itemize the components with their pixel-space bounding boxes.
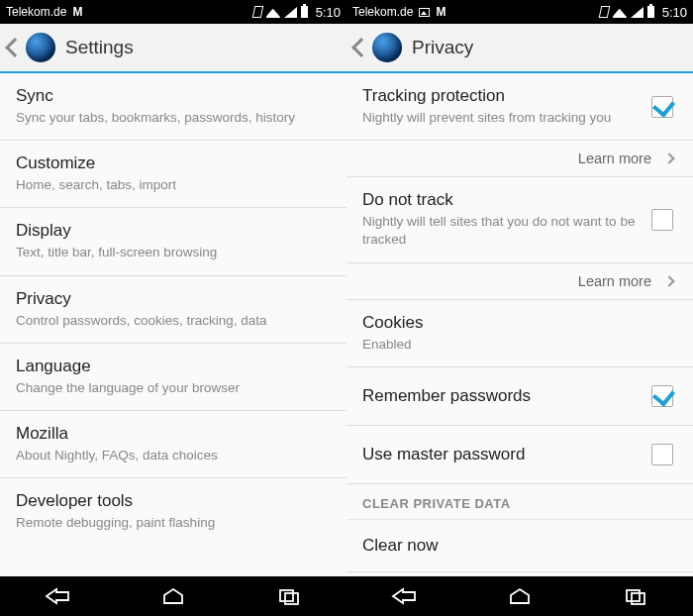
nav-recent-button[interactable] (616, 584, 655, 608)
privacy-item-do-not-track[interactable]: Do not track Nightly will tell sites tha… (346, 177, 693, 262)
settings-list: Sync Sync your tabs, bookmarks, password… (0, 73, 346, 576)
status-clock: 5:10 (316, 5, 341, 20)
back-icon[interactable] (5, 38, 25, 57)
header-bar: Settings (0, 24, 346, 73)
settings-item-customize[interactable]: Customize Home, search, tabs, import (0, 141, 346, 208)
nav-recent-button[interactable] (269, 584, 309, 608)
item-title: Language (16, 357, 331, 376)
dnt-learn-more[interactable]: Learn more (346, 263, 693, 300)
dnt-checkbox[interactable] (651, 209, 673, 231)
item-title: Use master password (362, 445, 642, 464)
item-subtitle: Control passwords, cookies, tracking, da… (16, 312, 331, 330)
privacy-item-remember-passwords[interactable]: Remember passwords (346, 367, 693, 426)
item-title: Customize (16, 154, 331, 173)
settings-pane: Telekom.de M 5:10 Settings Sync Sync you… (0, 0, 346, 576)
item-subtitle: Home, search, tabs, import (16, 176, 331, 194)
item-title: Clear now (362, 536, 677, 556)
item-title: Remember passwords (362, 386, 642, 406)
status-bar: Telekom.de M 5:10 (346, 0, 693, 24)
item-title: Cookies (362, 313, 677, 333)
signal-icon (284, 7, 297, 18)
item-subtitle: Remote debugging, paint flashing (16, 514, 331, 532)
svg-rect-2 (627, 590, 640, 601)
mail-icon: M (72, 5, 82, 19)
settings-item-mozilla[interactable]: Mozilla About Nightly, FAQs, data choice… (0, 411, 346, 478)
clear-private-data-header: CLEAR PRIVATE DATA (346, 484, 693, 520)
item-title: Privacy (16, 289, 331, 309)
chevron-right-icon (663, 275, 674, 286)
page-title: Privacy (412, 37, 473, 58)
battery-icon (301, 6, 308, 18)
privacy-item-clear-now[interactable]: Clear now (346, 520, 693, 572)
chevron-right-icon (663, 154, 674, 164)
item-subtitle: Nightly will tell sites that you do not … (362, 213, 642, 249)
nfc-icon (251, 6, 263, 18)
system-nav-bar (0, 576, 693, 616)
item-subtitle: About Nightly, FAQs, data choices (16, 447, 331, 464)
tracking-learn-more[interactable]: Learn more (346, 141, 693, 177)
svg-rect-0 (280, 590, 293, 601)
mail-icon: M (436, 5, 446, 19)
item-subtitle: Sync your tabs, bookmarks, passwords, hi… (16, 109, 331, 127)
nav-back-button[interactable] (38, 584, 77, 608)
settings-item-developer-tools[interactable]: Developer tools Remote debugging, paint … (0, 478, 346, 545)
learn-more-label: Learn more (578, 151, 651, 166)
status-bar: Telekom.de M 5:10 (0, 0, 346, 24)
status-clock: 5:10 (662, 5, 687, 20)
screenshot-icon (419, 8, 430, 17)
item-subtitle: Text, title bar, full-screen browsing (16, 244, 331, 261)
battery-icon (647, 6, 654, 18)
svg-rect-3 (632, 593, 644, 604)
item-title: Tracking protection (362, 86, 642, 106)
item-title: Display (16, 221, 331, 241)
header-bar: Privacy (346, 24, 693, 73)
item-title: Mozilla (16, 424, 331, 444)
item-title: Sync (16, 86, 331, 106)
page-title: Settings (65, 37, 134, 58)
item-title: Developer tools (16, 491, 331, 511)
learn-more-label: Learn more (578, 273, 651, 289)
settings-item-language[interactable]: Language Change the language of your bro… (0, 344, 346, 411)
carrier-label: Telekom.de (6, 5, 66, 19)
privacy-item-cookies[interactable]: Cookies Enabled (346, 300, 693, 367)
privacy-list: Tracking protection Nightly will prevent… (346, 73, 693, 576)
remember-passwords-checkbox[interactable] (651, 385, 673, 407)
privacy-item-master-password[interactable]: Use master password (346, 426, 693, 484)
app-globe-icon[interactable] (26, 33, 55, 62)
svg-rect-1 (285, 593, 298, 604)
privacy-pane: Telekom.de M 5:10 Privacy Tracking prote… (346, 0, 693, 576)
privacy-item-tracking-protection[interactable]: Tracking protection Nightly will prevent… (346, 73, 693, 141)
nav-back-button[interactable] (384, 584, 424, 608)
app-globe-icon[interactable] (372, 33, 402, 62)
settings-item-privacy[interactable]: Privacy Control passwords, cookies, trac… (0, 276, 346, 344)
nav-home-button[interactable] (153, 584, 193, 608)
master-password-checkbox[interactable] (651, 444, 673, 465)
carrier-label: Telekom.de (352, 5, 413, 19)
settings-item-display[interactable]: Display Text, title bar, full-screen bro… (0, 208, 346, 275)
tracking-checkbox[interactable] (651, 96, 673, 118)
settings-item-sync[interactable]: Sync Sync your tabs, bookmarks, password… (0, 73, 346, 141)
item-title: Do not track (362, 190, 642, 210)
wifi-icon (613, 7, 627, 18)
item-subtitle: Change the language of your browser (16, 379, 331, 397)
back-icon[interactable] (351, 38, 371, 57)
wifi-icon (266, 7, 280, 18)
nav-home-button[interactable] (500, 584, 540, 608)
signal-icon (631, 7, 644, 18)
item-subtitle: Enabled (362, 336, 677, 354)
item-subtitle: Nightly will prevent sites from tracking… (362, 109, 642, 127)
nfc-icon (598, 6, 610, 18)
